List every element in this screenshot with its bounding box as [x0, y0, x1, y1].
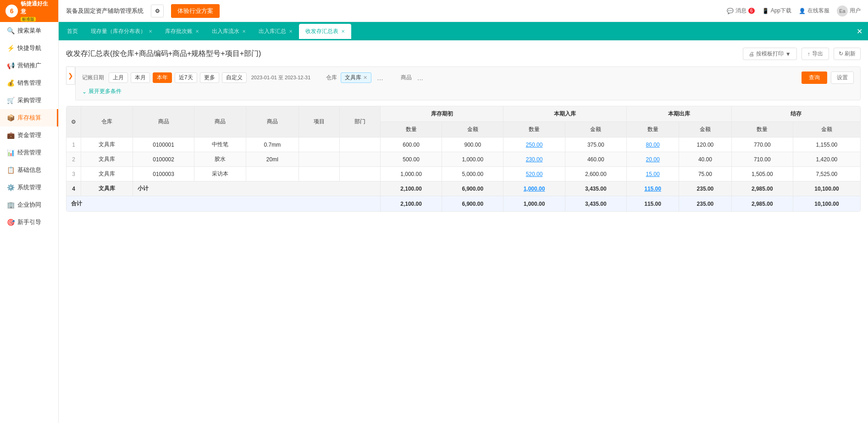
cell-inbound-qty[interactable]: 230.00 — [503, 152, 565, 167]
sidebar-item-basic-info[interactable]: 📋基础信息 — [0, 161, 58, 179]
th-closing-qty: 数量 — [731, 122, 793, 137]
expand-conditions-btn[interactable]: ⌄ 展开更多条件 — [82, 88, 854, 95]
tab-close-inventory-dist[interactable]: ✕ — [149, 29, 152, 34]
filter-row-1: 记账日期 上月 本月 本年 近7天 更多 自定义 2023-01-01 至 20… — [82, 71, 854, 84]
user-action[interactable]: Ea 用户 — [837, 5, 861, 16]
tab-inout-flow[interactable]: 出入库流水✕ — [205, 24, 252, 39]
tabs-bar: 首页现存量（库存分布表）✕库存批次账✕出入库流水✕出入库汇总✕收发存汇总表✕ ✕ — [59, 22, 868, 40]
subtotal-inbound-amt: 3,435.00 — [565, 181, 626, 196]
subtotal-label: 小计 — [133, 181, 380, 196]
sidebar-item-assets[interactable]: 💼资金管理 — [0, 126, 58, 144]
cell-opening-qty: 1,000.00 — [380, 167, 442, 181]
tab-close-inout-summary[interactable]: ✕ — [289, 29, 293, 34]
goods-more-dots[interactable]: ... — [415, 74, 425, 82]
cell-outbound-amt: 75.00 — [679, 167, 731, 181]
tab-recv-send-summary[interactable]: 收发存汇总表✕ — [299, 24, 351, 39]
expand-row: ⌄ 展开更多条件 — [82, 88, 854, 95]
sidebar-item-sales[interactable]: 💰销售管理 — [0, 74, 58, 92]
online-service-action[interactable]: 👤 在线客服 — [799, 7, 829, 15]
footer-inbound-amt: 3,435.00 — [565, 196, 626, 212]
cell-name: 采访本 — [194, 167, 246, 181]
tab-close-recv-send-summary[interactable]: ✕ — [341, 29, 345, 34]
sidebar-item-purchase[interactable]: 🛒采购管理 — [0, 92, 58, 109]
tab-inout-summary[interactable]: 出入库汇总✕ — [252, 24, 299, 39]
settings-filter-btn[interactable]: 设置 — [831, 71, 854, 84]
tab-close-inout-flow[interactable]: ✕ — [242, 29, 246, 34]
cell-spec: 0.7mm — [246, 137, 299, 152]
subtotal-outbound-qty[interactable]: 115.00 — [626, 181, 679, 196]
date-btn-more[interactable]: 更多 — [200, 72, 219, 83]
cell-dept — [339, 137, 380, 152]
tab-label: 出入库汇总 — [259, 27, 286, 35]
warehouse-tag-close[interactable]: ✕ — [363, 75, 367, 81]
print-btn[interactable]: 🖨 按模板打印 ▼ — [743, 48, 797, 60]
sidebar-item-label: 营销推广 — [17, 61, 41, 70]
cell-closing-amt: 1,155.00 — [793, 137, 860, 152]
guide-icon: 🎯 — [6, 219, 15, 226]
gear-button[interactable]: ⚙ — [151, 5, 164, 17]
date-btn-cur-year[interactable]: 本年 — [153, 72, 172, 83]
cell-warehouse: 文具库 — [81, 152, 133, 167]
sidebar-item-system[interactable]: ⚙️系统管理 — [0, 179, 58, 196]
tab-batch[interactable]: 库存批次账✕ — [159, 24, 205, 39]
message-badge: 6 — [748, 8, 755, 14]
tab-inventory-dist[interactable]: 现存量（库存分布表）✕ — [84, 24, 159, 39]
date-btn-prev-month[interactable]: 上月 — [109, 72, 128, 83]
warehouse-tag[interactable]: 文具库 ✕ — [341, 72, 371, 83]
date-btn-cur-month[interactable]: 本月 — [131, 72, 150, 83]
tab-close-batch[interactable]: ✕ — [195, 29, 199, 34]
refresh-btn[interactable]: ↻ 刷新 — [834, 48, 861, 60]
cell-project — [299, 137, 339, 152]
cell-project — [299, 167, 339, 181]
cell-inbound-qty[interactable]: 520.00 — [503, 167, 565, 181]
date-btn-7days[interactable]: 近7天 — [175, 72, 197, 83]
sidebar-item-label: 搜索菜单 — [17, 27, 41, 35]
cell-warehouse: 文具库 — [81, 167, 133, 181]
cell-outbound-qty[interactable]: 20.00 — [626, 152, 679, 167]
sidebar-item-marketing[interactable]: 📢营销推广 — [0, 57, 58, 74]
cell-outbound-amt: 40.00 — [679, 152, 731, 167]
close-all-tabs-button[interactable]: ✕ — [853, 23, 866, 39]
page-title: 收发存汇总表(按仓库+商品编码+商品+规格型号+项目+部门) — [66, 49, 261, 59]
messages-action[interactable]: 💬 消息 6 — [727, 7, 755, 15]
th-opening-qty: 数量 — [380, 122, 442, 137]
query-btn[interactable]: 查询 — [802, 71, 827, 84]
filter-collapse-arrow[interactable]: ❯ — [66, 66, 75, 85]
sidebar-item-quick-nav[interactable]: ⚡快捷导航 — [0, 39, 58, 57]
cell-closing-qty: 770.00 — [731, 137, 793, 152]
cell-inbound-qty[interactable]: 250.00 — [503, 137, 565, 152]
sidebar-item-guide[interactable]: 🎯新手引导 — [0, 214, 58, 231]
date-btn-custom[interactable]: 自定义 — [222, 72, 247, 83]
sidebar-item-search[interactable]: 🔍搜索菜单 — [0, 22, 58, 39]
th-settings[interactable]: ⚙ — [66, 106, 81, 137]
sidebar-item-label: 快捷导航 — [17, 44, 41, 52]
tab-home[interactable]: 首页 — [61, 24, 84, 39]
cell-code: 0100001 — [133, 137, 194, 152]
sidebar-item-operations[interactable]: 📊经营管理 — [0, 144, 58, 161]
cell-closing-qty: 1,505.00 — [731, 167, 793, 181]
sidebar-item-inventory[interactable]: 📦库存核算 — [0, 109, 58, 126]
app-download-action[interactable]: 📱 App下载 — [762, 7, 791, 15]
warehouse-more-dots[interactable]: ... — [375, 74, 385, 82]
sidebar-logo: 6 畅捷通好生意 标准版 — [0, 0, 58, 22]
enterprise-icon: 🏢 — [6, 201, 15, 209]
subtotal-closing-qty: 2,985.00 — [731, 181, 793, 196]
subtotal-outbound-amt: 235.00 — [679, 181, 731, 196]
cell-outbound-qty[interactable]: 80.00 — [626, 137, 679, 152]
trial-btn[interactable]: 体验行业方案 — [171, 4, 220, 18]
cell-num: 1 — [66, 137, 81, 152]
export-btn[interactable]: ↑ 导出 — [802, 48, 829, 60]
sidebar-item-label: 新手引导 — [17, 218, 41, 226]
cell-outbound-qty[interactable]: 15.00 — [626, 167, 679, 181]
footer-outbound-amt: 235.00 — [679, 196, 731, 212]
sidebar-item-enterprise[interactable]: 🏢企业协同 — [0, 196, 58, 214]
footer-outbound-qty: 115.00 — [626, 196, 679, 212]
footer-label: 合计 — [66, 196, 380, 212]
main-area: 装备及固定资产辅助管理系统 ⚙ 体验行业方案 💬 消息 6 📱 App下载 👤 … — [59, 0, 868, 423]
th-group-inbound: 本期入库 — [503, 106, 626, 122]
subtotal-inbound-qty[interactable]: 1,000.00 — [503, 181, 565, 196]
basic-info-icon: 📋 — [6, 166, 15, 174]
cell-dept — [339, 167, 380, 181]
system-icon: ⚙️ — [6, 184, 15, 191]
top-header: 装备及固定资产辅助管理系统 ⚙ 体验行业方案 💬 消息 6 📱 App下载 👤 … — [59, 0, 868, 22]
